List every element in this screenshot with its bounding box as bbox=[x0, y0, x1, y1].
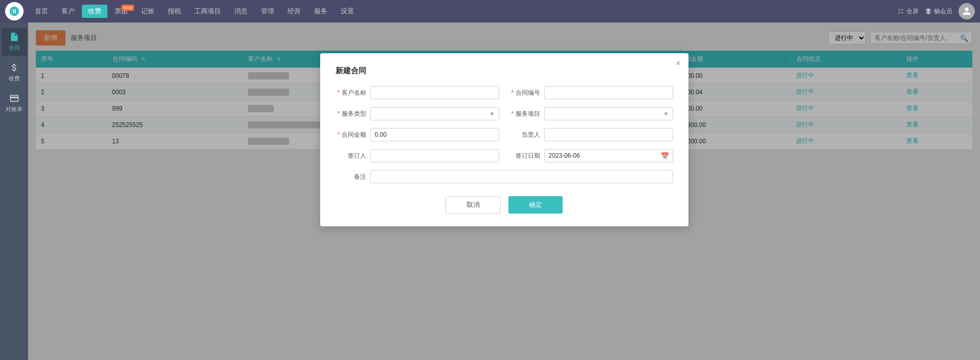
modal-dialog: × 新建合同 客户名称 合同编号 服务类型 bbox=[320, 53, 688, 226]
sidebar-item-fee-label: 收费 bbox=[9, 75, 20, 82]
statement-icon bbox=[9, 93, 19, 103]
nav-business[interactable]: 工商项目 bbox=[188, 5, 227, 18]
form-row-responsible: 负责人 bbox=[509, 128, 673, 141]
logo bbox=[5, 2, 24, 20]
nav-tax[interactable]: 报税 bbox=[162, 5, 187, 18]
form-row-amount: 合同金额 bbox=[336, 128, 499, 141]
service-item-select-wrap: ▼ bbox=[544, 107, 673, 120]
modal-close-button[interactable]: × bbox=[676, 59, 680, 68]
cancel-button[interactable]: 取消 bbox=[446, 196, 501, 214]
form-row-sign-date: 签订日期 📅 bbox=[509, 149, 673, 162]
member-button[interactable]: 畅会员 bbox=[925, 7, 952, 16]
service-type-label: 服务类型 bbox=[336, 110, 366, 118]
main-content: 新增 服务项目 进行中 已完成 已终止 🔍 序号 合同编码⇅ bbox=[28, 23, 980, 360]
fullscreen-button[interactable]: 全屏 bbox=[897, 7, 919, 16]
form-row-customer: 客户名称 bbox=[336, 86, 499, 99]
form-row-contract-no: 合同编号 bbox=[509, 86, 673, 99]
signer-input[interactable] bbox=[370, 149, 499, 162]
nav-settings[interactable]: 设置 bbox=[335, 5, 360, 18]
sign-date-input[interactable] bbox=[544, 149, 673, 162]
topnav: 首页 客户 收费 票据 new 记账 报税 工商项目 消息 管理 经营 服务 设… bbox=[0, 0, 980, 23]
amount-label: 合同金额 bbox=[336, 131, 366, 139]
sidebar-item-statement-label: 对账单 bbox=[6, 105, 23, 113]
member-label: 畅会员 bbox=[934, 7, 952, 16]
contract-icon bbox=[9, 32, 19, 42]
form-row-service-type: 服务类型 ▼ bbox=[336, 107, 499, 120]
modal-footer: 取消 确定 bbox=[336, 196, 673, 214]
topnav-right: 全屏 畅会员 bbox=[897, 3, 975, 19]
confirm-button[interactable]: 确定 bbox=[508, 196, 563, 214]
remark-input[interactable] bbox=[370, 170, 673, 183]
sign-date-label: 签订日期 bbox=[509, 152, 540, 160]
nav-bill[interactable]: 票据 new bbox=[108, 5, 134, 18]
sidebar-item-contract-label: 合同 bbox=[9, 44, 20, 52]
modal-title: 新建合同 bbox=[336, 66, 673, 76]
amount-input[interactable] bbox=[370, 128, 499, 141]
nav-message[interactable]: 消息 bbox=[228, 5, 254, 18]
nav-service[interactable]: 服务 bbox=[308, 5, 333, 18]
customer-name-label: 客户名称 bbox=[336, 89, 366, 97]
form-row-signer: 签订人 bbox=[336, 149, 499, 162]
sidebar-item-statement[interactable]: 对账单 bbox=[2, 89, 27, 117]
nav-customer[interactable]: 客户 bbox=[55, 5, 81, 18]
nav-fee[interactable]: 收费 bbox=[82, 5, 107, 18]
service-item-label: 服务项目 bbox=[509, 110, 540, 118]
sidebar-item-fee[interactable]: 收费 bbox=[2, 58, 27, 87]
calendar-icon[interactable]: 📅 bbox=[661, 152, 669, 160]
responsible-label: 负责人 bbox=[509, 131, 540, 139]
nav-home[interactable]: 首页 bbox=[29, 5, 54, 18]
nav-accounting[interactable]: 记账 bbox=[135, 5, 161, 18]
avatar[interactable] bbox=[959, 3, 975, 19]
form-row-remark: 备注 bbox=[336, 170, 673, 183]
modal-overlay: × 新建合同 客户名称 合同编号 服务类型 bbox=[28, 23, 980, 360]
fullscreen-label: 全屏 bbox=[906, 7, 919, 16]
sidebar-item-contract[interactable]: 合同 bbox=[2, 28, 27, 56]
service-item-select[interactable] bbox=[544, 107, 673, 120]
nav-manage[interactable]: 管理 bbox=[255, 5, 280, 18]
responsible-input[interactable] bbox=[544, 128, 673, 141]
remark-label: 备注 bbox=[336, 173, 366, 181]
signer-label: 签订人 bbox=[336, 152, 366, 160]
form-row-service-item: 服务项目 ▼ bbox=[509, 107, 673, 120]
form-grid: 客户名称 合同编号 服务类型 ▼ bbox=[336, 86, 673, 183]
nav-operation[interactable]: 经营 bbox=[281, 5, 307, 18]
nav-items: 首页 客户 收费 票据 new 记账 报税 工商项目 消息 管理 经营 服务 设… bbox=[29, 5, 897, 18]
sign-date-wrap: 📅 bbox=[544, 149, 673, 162]
service-type-select-wrap: ▼ bbox=[370, 107, 499, 120]
contract-no-input[interactable] bbox=[544, 86, 673, 99]
sidebar: 合同 收费 对账单 bbox=[0, 23, 28, 360]
customer-name-input[interactable] bbox=[370, 86, 499, 99]
new-badge: new bbox=[121, 5, 134, 11]
main-layout: 合同 收费 对账单 新增 服务项目 进行中 已完成 已终止 bbox=[0, 23, 980, 360]
fee-icon bbox=[9, 62, 19, 73]
contract-no-label: 合同编号 bbox=[509, 89, 540, 97]
service-type-select[interactable] bbox=[370, 107, 499, 120]
